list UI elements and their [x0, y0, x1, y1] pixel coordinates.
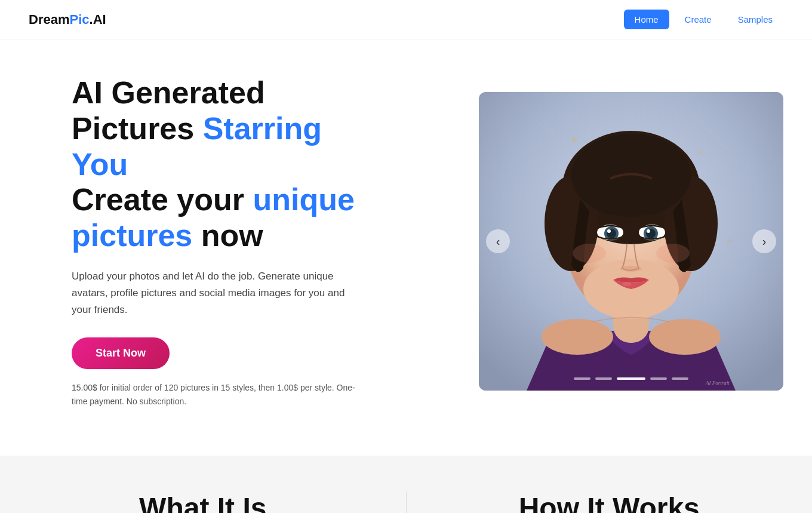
carousel-dot-5[interactable] — [672, 377, 688, 380]
svg-point-12 — [542, 319, 613, 355]
logo-dream: Dream — [29, 12, 69, 27]
hero-left: AI Generated Pictures Starring You Creat… — [72, 75, 406, 408]
nav-home[interactable]: Home — [624, 10, 669, 29]
carousel-prev-button[interactable]: ‹ — [486, 229, 510, 253]
hero-title-create: Create your — [72, 182, 253, 217]
how-it-works-col: How It Works — [407, 492, 813, 513]
logo: DreamPic.AI — [29, 12, 106, 27]
carousel-dot-1[interactable] — [574, 377, 590, 380]
navbar: DreamPic.AI Home Create Samples — [0, 0, 812, 39]
hero-title-starring: Starring — [203, 111, 322, 146]
svg-point-30 — [622, 282, 632, 286]
nav-samples[interactable]: Samples — [727, 10, 783, 29]
bottom-section: What It Is How It Works — [0, 456, 812, 513]
hero-title-unique: unique — [253, 182, 354, 217]
svg-point-20 — [571, 134, 691, 217]
svg-point-32 — [656, 244, 690, 263]
what-it-is-col: What It Is — [0, 492, 406, 513]
carousel-dots — [574, 377, 688, 380]
hero-title-line1: AI Generated — [72, 75, 265, 110]
start-now-button[interactable]: Start Now — [72, 337, 170, 369]
hero-title: AI Generated Pictures Starring You Creat… — [72, 75, 406, 254]
carousel-dot-3[interactable] — [617, 377, 645, 380]
svg-point-28 — [647, 229, 650, 233]
what-it-is-heading: What It Is — [36, 492, 370, 513]
svg-point-31 — [573, 244, 606, 263]
carousel-image: AI Portrait — [479, 92, 783, 391]
svg-text:AI Portrait: AI Portrait — [705, 380, 730, 386]
hero-title-now: now — [192, 218, 263, 253]
carousel-dot-4[interactable] — [650, 377, 667, 380]
logo-ai: .AI — [90, 12, 106, 27]
hero-section: AI Generated Pictures Starring You Creat… — [0, 39, 812, 456]
svg-point-13 — [649, 319, 721, 355]
pricing-note: 15.00$ for initial order of 120 pictures… — [72, 381, 358, 408]
hero-title-pictures: pictures — [72, 218, 192, 253]
carousel-dot-2[interactable] — [595, 377, 612, 380]
how-it-works-heading: How It Works — [442, 492, 777, 513]
svg-point-29 — [620, 266, 642, 272]
carousel: AI Portrait ‹ › — [479, 92, 783, 391]
hero-right: AI Portrait ‹ › — [479, 92, 783, 391]
logo-pic: Pic — [69, 12, 89, 27]
svg-point-24 — [607, 229, 611, 233]
nav-create[interactable]: Create — [674, 10, 722, 29]
carousel-next-button[interactable]: › — [752, 229, 776, 253]
nav-links: Home Create Samples — [624, 10, 783, 29]
hero-title-you: You — [72, 147, 128, 182]
hero-title-line2-plain: Pictures — [72, 111, 203, 146]
hero-description: Upload your photos and let AI do the job… — [72, 268, 358, 318]
